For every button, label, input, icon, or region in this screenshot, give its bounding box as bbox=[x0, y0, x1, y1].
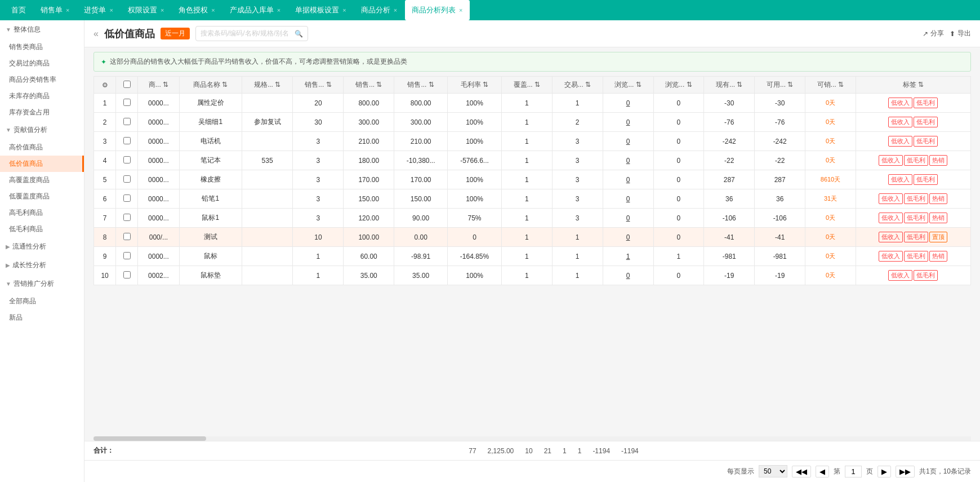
col-coverage[interactable]: 覆盖... ⇅ bbox=[501, 77, 552, 94]
row-checkbox-cell[interactable] bbox=[116, 209, 138, 228]
nav-product-analysis-list[interactable]: 商品分析列表 × bbox=[405, 0, 469, 20]
col-browse2[interactable]: 浏览... ⇅ bbox=[653, 77, 704, 94]
sidebar-item-no-stock-products[interactable]: 未库存的商品 bbox=[0, 88, 84, 104]
prev-page-btn[interactable]: ◀ bbox=[816, 466, 829, 477]
row-checkbox[interactable] bbox=[123, 252, 131, 259]
browse-link[interactable]: 0 bbox=[626, 118, 630, 126]
horizontal-scrollbar[interactable] bbox=[93, 436, 971, 441]
browse-link[interactable]: 0 bbox=[626, 233, 630, 241]
sidebar-item-low-coverage[interactable]: 低覆盖度商品 bbox=[0, 188, 84, 205]
sidebar-item-high-value[interactable]: 高价值商品 bbox=[0, 139, 84, 156]
browse-link[interactable]: 0 bbox=[626, 195, 630, 203]
close-icon[interactable]: × bbox=[342, 7, 346, 14]
row-browse1[interactable]: 0 bbox=[603, 132, 653, 151]
nav-roles[interactable]: 角色授权 × bbox=[172, 0, 221, 20]
row-checkbox[interactable] bbox=[123, 271, 131, 278]
nav-product-analysis[interactable]: 商品分析 × bbox=[354, 0, 404, 20]
sidebar-item-category-sales-rate[interactable]: 商品分类销售率 bbox=[0, 72, 84, 88]
browse-link[interactable]: 1 bbox=[626, 253, 630, 260]
row-checkbox[interactable] bbox=[123, 137, 131, 144]
row-checkbox-cell[interactable] bbox=[116, 132, 138, 151]
search-icon[interactable]: 🔍 bbox=[295, 30, 303, 38]
col-name[interactable]: 商品名称 ⇅ bbox=[179, 77, 242, 94]
sidebar-group-overall[interactable]: ▼ 整体信息 bbox=[0, 20, 84, 39]
sidebar-item-sales-products[interactable]: 销售类商品 bbox=[0, 39, 84, 55]
col-s3[interactable]: 销售... ⇅ bbox=[394, 77, 448, 94]
per-page-select[interactable]: 50 100 200 bbox=[759, 465, 787, 477]
sidebar-item-new-products[interactable]: 新品 bbox=[0, 309, 84, 326]
nav-sales-order[interactable]: 销售单 × bbox=[34, 0, 76, 20]
collapse-sidebar-btn[interactable]: « bbox=[93, 29, 99, 39]
sidebar-item-low-margin[interactable]: 低毛利商品 bbox=[0, 221, 84, 237]
export-btn[interactable]: ⬆ 导出 bbox=[950, 29, 971, 38]
browse-link[interactable]: 0 bbox=[626, 214, 630, 222]
row-checkbox-cell[interactable] bbox=[116, 228, 138, 247]
row-browse1[interactable]: 0 bbox=[603, 266, 653, 285]
row-browse1[interactable]: 0 bbox=[603, 209, 653, 228]
sidebar-item-low-value[interactable]: 低价值商品 bbox=[0, 156, 84, 172]
browse-link[interactable]: 0 bbox=[626, 176, 630, 184]
sidebar-item-high-coverage[interactable]: 高覆盖度商品 bbox=[0, 172, 84, 188]
col-tags[interactable]: 标签 ⇅ bbox=[856, 77, 970, 94]
row-checkbox[interactable] bbox=[123, 118, 131, 125]
row-checkbox-cell[interactable] bbox=[116, 189, 138, 209]
col-s1[interactable]: 销售... ⇅ bbox=[293, 77, 344, 94]
close-icon[interactable]: × bbox=[66, 7, 69, 14]
col-stock1[interactable]: 现有... ⇅ bbox=[704, 77, 755, 94]
row-checkbox[interactable] bbox=[123, 233, 131, 240]
browse-link[interactable]: 0 bbox=[626, 99, 630, 107]
col-sellable[interactable]: 可销... ⇅ bbox=[805, 77, 856, 94]
sidebar-group-contribution[interactable]: ▼ 贡献值分析 bbox=[0, 121, 84, 139]
row-browse1[interactable]: 0 bbox=[603, 189, 653, 209]
col-margin[interactable]: 毛利率 ⇅ bbox=[448, 77, 502, 94]
nav-home[interactable]: 首页 bbox=[5, 0, 33, 20]
row-checkbox-cell[interactable] bbox=[116, 247, 138, 266]
share-btn[interactable]: ↗ 分享 bbox=[923, 29, 944, 38]
sidebar-group-growth[interactable]: ▶ 成长性分析 bbox=[0, 256, 84, 275]
col-browse1[interactable]: 浏览... ⇅ bbox=[603, 77, 653, 94]
browse-link[interactable]: 0 bbox=[626, 138, 630, 145]
close-icon[interactable]: × bbox=[459, 7, 462, 14]
last-page-btn[interactable]: ▶▶ bbox=[896, 466, 915, 477]
row-browse1[interactable]: 0 bbox=[603, 170, 653, 189]
close-icon[interactable]: × bbox=[394, 7, 397, 14]
row-checkbox[interactable] bbox=[123, 214, 131, 221]
col-transaction[interactable]: 交易... ⇅ bbox=[552, 77, 603, 94]
time-filter-btn[interactable]: 近一月 bbox=[161, 28, 190, 39]
close-icon[interactable]: × bbox=[277, 7, 280, 14]
row-checkbox[interactable] bbox=[123, 194, 131, 202]
col-spec[interactable]: 规格... ⇅ bbox=[242, 77, 293, 94]
row-checkbox-cell[interactable] bbox=[116, 113, 138, 132]
close-icon[interactable]: × bbox=[211, 7, 215, 14]
page-number-input[interactable] bbox=[845, 466, 862, 477]
sidebar-item-high-margin[interactable]: 高毛利商品 bbox=[0, 205, 84, 221]
close-icon[interactable]: × bbox=[161, 7, 164, 14]
row-browse1[interactable]: 1 bbox=[603, 247, 653, 266]
row-browse1[interactable]: 0 bbox=[603, 113, 653, 132]
nav-purchase-order[interactable]: 进货单 × bbox=[77, 0, 119, 20]
browse-link[interactable]: 0 bbox=[626, 272, 630, 280]
row-checkbox[interactable] bbox=[123, 175, 131, 183]
nav-template-settings[interactable]: 单据模板设置 × bbox=[288, 0, 353, 20]
nav-permissions[interactable]: 权限设置 × bbox=[121, 0, 171, 20]
browse-link[interactable]: 0 bbox=[626, 157, 630, 165]
col-s2[interactable]: 销售... ⇅ bbox=[344, 77, 394, 94]
row-browse1[interactable]: 0 bbox=[603, 228, 653, 247]
row-checkbox-cell[interactable] bbox=[116, 151, 138, 170]
col-checkbox[interactable] bbox=[116, 77, 138, 94]
first-page-btn[interactable]: ◀◀ bbox=[792, 466, 811, 477]
close-icon[interactable]: × bbox=[109, 7, 113, 14]
col-settings[interactable]: ⚙ bbox=[94, 77, 116, 94]
col-code[interactable]: 商... ⇅ bbox=[137, 77, 179, 94]
select-all-checkbox[interactable] bbox=[123, 81, 131, 88]
row-browse1[interactable]: 0 bbox=[603, 94, 653, 113]
sidebar-item-traded-products[interactable]: 交易过的商品 bbox=[0, 55, 84, 72]
row-checkbox-cell[interactable] bbox=[116, 94, 138, 113]
row-checkbox[interactable] bbox=[123, 156, 131, 163]
sidebar-item-all-products[interactable]: 全部商品 bbox=[0, 293, 84, 309]
row-browse1[interactable]: 0 bbox=[603, 151, 653, 170]
sidebar-group-circulation[interactable]: ▶ 流通性分析 bbox=[0, 237, 84, 256]
sidebar-item-stock-capital[interactable]: 库存资金占用 bbox=[0, 104, 84, 121]
settings-icon[interactable]: ⚙ bbox=[102, 81, 108, 89]
scrollbar-thumb[interactable] bbox=[93, 436, 206, 441]
